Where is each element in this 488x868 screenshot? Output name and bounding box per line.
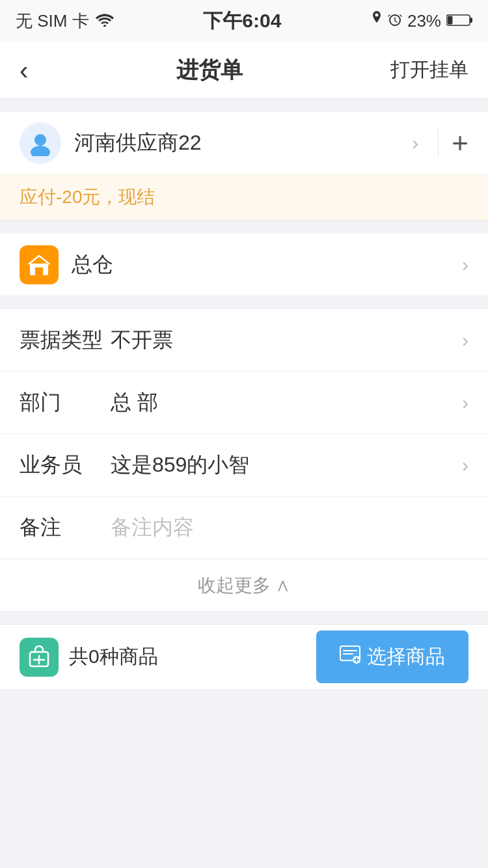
remark-placeholder: 备注内容: [111, 513, 468, 542]
warehouse-icon-bg: [20, 245, 59, 284]
remark-row[interactable]: 备注 备注内容: [0, 496, 488, 559]
open-pending-button[interactable]: 打开挂单: [390, 57, 468, 83]
svg-point-6: [31, 146, 50, 156]
section-divider-3: [0, 296, 488, 309]
notice-bar: 应付-20元，现结: [0, 174, 488, 221]
supplier-avatar: [20, 122, 61, 164]
warehouse-section: 总仓 ›: [0, 234, 488, 296]
status-left: 无 SIM 卡: [16, 10, 114, 33]
invoice-chevron-icon: ›: [462, 329, 468, 351]
collapse-row[interactable]: 收起更多 ∧: [0, 559, 488, 611]
notice-text: 应付-20元，现结: [20, 187, 155, 207]
battery-level: 23%: [407, 11, 441, 31]
location-icon: [371, 11, 383, 31]
department-label: 部门: [20, 388, 111, 417]
wifi-icon: [96, 11, 114, 31]
department-row[interactable]: 部门 总 部 ›: [0, 372, 488, 434]
supplier-name: 河南供应商22: [74, 129, 412, 157]
alarm-icon: [388, 11, 402, 31]
product-count: 共0种商品: [69, 644, 316, 670]
collapse-label: 收起更多 ∧: [198, 573, 291, 598]
section-divider-1: [0, 99, 488, 112]
product-icon-bg: [20, 638, 59, 677]
back-button[interactable]: ‹: [20, 57, 28, 83]
supplier-section: 河南供应商22 › + 应付-20元，现结: [0, 112, 488, 221]
supplier-chevron-icon: ›: [412, 132, 418, 154]
status-bar: 无 SIM 卡 下午6:04 23%: [0, 0, 488, 42]
invoice-row[interactable]: 票据类型 不开票 ›: [0, 309, 488, 372]
add-supplier-button[interactable]: +: [438, 129, 468, 157]
battery-icon: [446, 11, 472, 31]
svg-point-0: [103, 25, 106, 27]
status-time: 下午6:04: [203, 8, 281, 34]
department-chevron-icon: ›: [462, 392, 468, 414]
section-divider-2: [0, 221, 488, 234]
salesperson-chevron-icon: ›: [462, 454, 468, 476]
select-product-icon: [340, 645, 360, 668]
department-value: 总 部: [111, 388, 462, 417]
bottom-bar: 共0种商品 选择商品: [0, 624, 488, 689]
warehouse-row[interactable]: 总仓 ›: [0, 234, 488, 296]
salesperson-label: 业务员: [20, 451, 111, 480]
svg-point-5: [34, 134, 46, 146]
svg-rect-4: [447, 16, 452, 24]
sim-label: 无 SIM 卡: [16, 10, 89, 33]
page-title: 进货单: [176, 55, 243, 85]
warehouse-chevron-icon: ›: [462, 254, 468, 276]
select-product-label: 选择商品: [367, 644, 445, 670]
salesperson-value: 这是859的小智: [111, 451, 462, 480]
nav-bar: ‹ 进货单 打开挂单: [0, 42, 488, 99]
invoice-label: 票据类型: [20, 326, 111, 355]
salesperson-row[interactable]: 业务员 这是859的小智 ›: [0, 434, 488, 496]
warehouse-name: 总仓: [72, 251, 462, 279]
svg-rect-3: [470, 18, 472, 23]
invoice-value: 不开票: [111, 326, 462, 355]
supplier-row[interactable]: 河南供应商22 › +: [0, 112, 488, 174]
status-right: 23%: [371, 11, 472, 31]
form-section: 票据类型 不开票 › 部门 总 部 › 业务员 这是859的小智 › 备注 备注…: [0, 309, 488, 611]
svg-rect-8: [35, 267, 43, 275]
select-product-button[interactable]: 选择商品: [316, 631, 468, 683]
remark-label: 备注: [20, 513, 111, 542]
